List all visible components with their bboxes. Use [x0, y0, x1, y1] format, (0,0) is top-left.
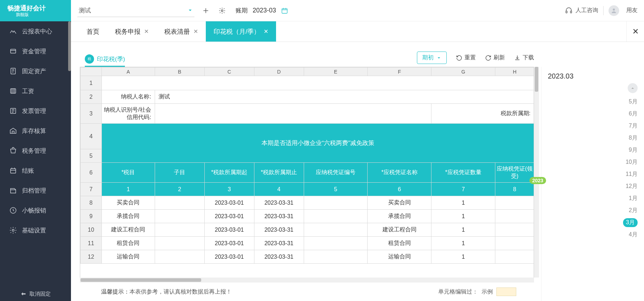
colnum-3[interactable]: 3 — [204, 183, 254, 196]
cell[interactable] — [155, 104, 431, 124]
hdr-voucher-recv[interactable]: 应纳税凭证(领受) — [495, 163, 534, 183]
col-H[interactable]: H — [495, 68, 534, 76]
consult-button[interactable]: 人工咨询 — [565, 7, 598, 15]
hdr-period-end[interactable]: *税款所属期止 — [254, 163, 304, 183]
sheet-v-thumb[interactable] — [535, 67, 538, 92]
cell[interactable]: 建设工程合同 — [368, 223, 431, 237]
period-picker[interactable] — [280, 6, 290, 16]
hdr-tax-item[interactable]: *税目 — [101, 163, 155, 183]
cell[interactable]: 建设工程合同 — [101, 223, 155, 237]
close-icon[interactable]: ✕ — [193, 28, 198, 35]
hdr-voucher-no[interactable]: 应纳税凭证编号 — [304, 163, 368, 183]
row-hdr[interactable]: 8 — [81, 196, 102, 210]
cell[interactable]: 2023-03-31 — [254, 210, 304, 223]
hdr-sub-item[interactable]: 子目 — [155, 163, 204, 183]
reset-button[interactable]: 重置 — [456, 54, 476, 61]
sheet-h-scrollbar[interactable] — [80, 278, 534, 283]
row-hdr[interactable]: 9 — [81, 210, 102, 223]
row-hdr-7[interactable]: 7 — [81, 183, 102, 196]
cell[interactable] — [495, 210, 534, 223]
cell[interactable]: 2023-03-31 — [254, 223, 304, 237]
cell[interactable] — [155, 196, 204, 210]
cell[interactable]: 2023-03-31 — [254, 250, 304, 264]
colnum-4[interactable]: 4 — [254, 183, 304, 196]
select-all-corner[interactable] — [81, 68, 102, 76]
col-E[interactable]: E — [304, 68, 368, 76]
col-G[interactable]: G — [431, 68, 495, 76]
cell[interactable]: 运输合同 — [101, 250, 155, 264]
row-hdr[interactable]: 11 — [81, 237, 102, 250]
cell[interactable]: 买卖合同 — [101, 196, 155, 210]
tab-1[interactable]: 税务申报✕ — [107, 21, 156, 42]
cell[interactable]: 运输合同 — [368, 250, 431, 264]
row-hdr-5[interactable]: 5 — [81, 149, 102, 163]
row-hdr-4[interactable]: 4 — [81, 124, 102, 149]
avatar[interactable] — [609, 5, 619, 16]
cell[interactable]: 2023-03-31 — [254, 237, 304, 250]
tab-2[interactable]: 税表清册✕ — [156, 21, 206, 42]
subtab-stamp-tax[interactable]: 税 印花税(季) — [85, 54, 125, 67]
row-hdr[interactable]: 10 — [81, 223, 102, 237]
cell[interactable]: 1 — [431, 223, 495, 237]
cell[interactable]: 1 — [431, 250, 495, 264]
close-icon[interactable]: ✕ — [144, 28, 149, 35]
period-month[interactable]: 8月 — [541, 132, 638, 144]
colnum-8[interactable]: 8 — [495, 183, 534, 196]
sidebar-item-7[interactable]: 结账 — [0, 161, 71, 181]
col-B[interactable]: B — [155, 68, 204, 76]
cell[interactable]: 租赁合同 — [368, 237, 431, 250]
col-F[interactable]: F — [368, 68, 431, 76]
cell[interactable] — [495, 237, 534, 250]
colnum-7[interactable]: 7 — [431, 183, 495, 196]
cell[interactable] — [155, 250, 204, 264]
cell[interactable]: 2023-03-01 — [204, 250, 254, 264]
cell[interactable] — [495, 196, 534, 210]
sidebar-item-4[interactable]: 发票管理 — [0, 101, 71, 121]
hdr-voucher-name[interactable]: *应税凭证名称 — [368, 163, 431, 183]
tab-3[interactable]: 印花税（月/季）✕ — [206, 21, 276, 42]
sheet-h-thumb[interactable] — [81, 278, 201, 282]
row-hdr[interactable]: 12 — [81, 250, 102, 264]
period-month[interactable]: 10月 — [541, 156, 638, 168]
cell[interactable]: 买卖合同 — [368, 196, 431, 210]
period-month[interactable]: 7月 — [541, 120, 638, 131]
cell[interactable] — [155, 237, 204, 250]
cell[interactable] — [155, 223, 204, 237]
taxid-label[interactable]: 纳税人识别号/社会信用代码: — [101, 104, 155, 124]
colnum-6[interactable]: 6 — [368, 183, 431, 196]
period-month[interactable]: 4月 — [541, 229, 638, 240]
cell[interactable]: 2023-03-01 — [204, 196, 254, 210]
sheet-v-scrollbar[interactable] — [534, 67, 539, 278]
cell[interactable] — [495, 223, 534, 237]
settings-button[interactable] — [217, 6, 227, 16]
cell[interactable]: 承揽合同 — [101, 210, 155, 223]
sidebar-item-8[interactable]: 归档管理 — [0, 181, 71, 200]
colnum-1[interactable]: 1 — [101, 183, 155, 196]
sidebar-item-3[interactable]: 工资 — [0, 81, 71, 101]
sidebar-item-10[interactable]: 基础设置 — [0, 220, 71, 240]
unpin-button[interactable]: 取消固定 — [0, 287, 71, 301]
close-icon[interactable]: ✕ — [264, 28, 268, 35]
colnum-5[interactable]: 5 — [304, 183, 368, 196]
colnum-2[interactable]: 2 — [155, 183, 204, 196]
col-D[interactable]: D — [254, 68, 304, 76]
period-month[interactable]: 12月 — [541, 181, 638, 192]
period-month[interactable]: 1月 — [541, 193, 638, 204]
col-C[interactable]: C — [204, 68, 254, 76]
sidebar-item-2[interactable]: 固定资产 — [0, 61, 71, 81]
row-hdr-6[interactable]: 6 — [81, 163, 102, 183]
cell[interactable] — [304, 223, 368, 237]
refresh-button[interactable]: 刷新 — [485, 54, 505, 61]
cell[interactable]: 租赁合同 — [101, 237, 155, 250]
sidebar-scrollbar[interactable] — [68, 21, 71, 71]
col-A[interactable]: A — [101, 68, 155, 76]
hdr-voucher-qty[interactable]: *应税凭证数量 — [431, 163, 495, 183]
policy-banner[interactable]: 本期是否适用小微企业“六税两费”减免政策 — [101, 124, 534, 163]
close-all-tabs[interactable]: ✕ — [626, 21, 644, 42]
download-button[interactable]: 下载 — [514, 54, 534, 61]
cell[interactable]: 2023-03-01 — [204, 223, 254, 237]
taxpayer-value[interactable]: 测试 — [155, 90, 534, 104]
period-month[interactable]: 11月 — [541, 168, 638, 180]
sidebar-item-5[interactable]: 库存核算 — [0, 121, 71, 141]
cell[interactable] — [495, 250, 534, 264]
